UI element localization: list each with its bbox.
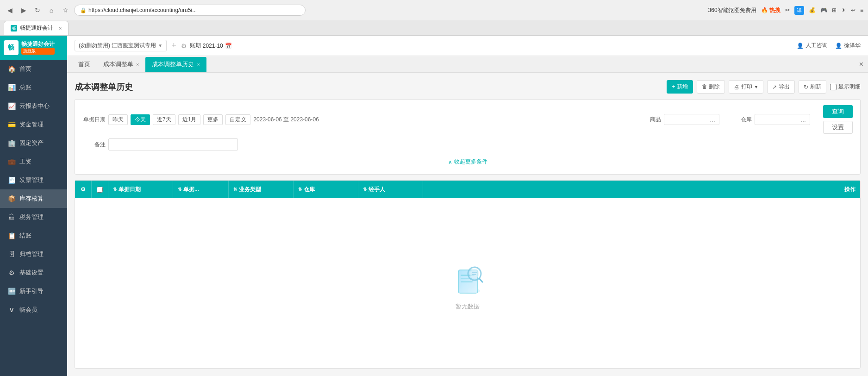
tools-undo[interactable]: ↩ [851,7,856,13]
page-title-bar: 成本调整单历史 + 新增 🗑 删除 🖨 打印 ▼ ↗ 导出 ↻ [75,80,861,94]
refresh-icon: ↻ [804,84,808,90]
sort-icon-type: ⇅ [233,187,237,192]
tools-menu[interactable]: ≡ [860,7,863,13]
refresh-btn[interactable]: ↻ 刷新 [799,80,826,94]
display-detail-text: 显示明细 [838,83,861,91]
tab-home[interactable]: 首页 [72,57,97,72]
sidebar-item-home[interactable]: 🏠 首页 [0,60,67,78]
tab-cost-adjust-history[interactable]: 成本调整单历史 × [145,57,206,72]
tools-grid[interactable]: ⊞ [832,7,837,13]
sidebar-item-closing[interactable]: 📋 结账 [0,226,67,245]
page-title: 成本调整单历史 [75,81,133,93]
table-select-all-checkbox[interactable] [97,187,103,193]
tab-cost-adjust-close[interactable]: × [136,62,139,67]
sidebar-item-inventory[interactable]: 📦 库存核算 [0,189,67,208]
browser-chrome: ◀ ▶ ↻ ⌂ ☆ 🔒 https://cloud.chanjet.com/ac… [0,0,868,36]
sidebar-item-fixed-assets-label: 固定资产 [19,139,44,147]
sidebar-item-reports[interactable]: 📈 云报表中心 [0,97,67,115]
filter-goods-more[interactable]: ... [710,116,715,123]
table-header-date-label: 单据日期 [119,186,141,194]
forward-button[interactable]: ▶ [19,5,29,15]
tools-game[interactable]: 🎮 [820,7,827,13]
calendar-icon[interactable]: 📅 [225,43,232,49]
delete-btn[interactable]: 🗑 删除 [697,80,725,94]
table-header-operator[interactable]: ⇅ 经手人 [358,181,423,198]
new-btn[interactable]: + 新增 [667,80,693,94]
sort-icon-operator: ⇅ [363,187,367,192]
sidebar-item-guide[interactable]: 🆕 新手引导 [0,282,67,301]
tools-translate[interactable]: 译 [794,6,804,15]
browser-tab-label: 畅捷通好会计 [20,24,53,32]
browser-right-tools: 360智能抠图免费用 🔥 热搜 ✂ 译 💰 🎮 ⊞ ☀ ↩ ≡ [708,6,863,15]
address-bar[interactable]: 🔒 https://cloud.chanjet.com/accounting/u… [74,5,306,16]
filter-warehouse-dropdown[interactable]: ... [755,114,810,125]
add-company-btn[interactable]: + [169,41,178,50]
home-button[interactable]: ⌂ [46,5,56,15]
hot-search-label[interactable]: 🔥 热搜 [761,6,781,14]
filter-goods-label: 商品 [638,116,661,124]
browser-tab-close[interactable]: × [59,25,62,31]
tools-sun[interactable]: ☀ [841,7,846,13]
sidebar-item-fixed-assets[interactable]: 🏢 固定资产 [0,134,67,152]
sidebar-item-ledger[interactable]: 📊 总账 [0,78,67,97]
star-button[interactable]: ☆ [60,5,70,15]
filter-date-label: 单据日期 [82,116,106,124]
settings-filter-btn[interactable]: 设置 [823,121,853,134]
table-header-warehouse[interactable]: ⇅ 仓库 [293,181,358,198]
date-btn-today[interactable]: 今天 [131,114,150,125]
company-select[interactable]: (勿删勿禁用) 江西服宝测试专用 ▼ [75,40,167,51]
sidebar-item-funds[interactable]: 💳 资金管理 [0,115,67,134]
sidebar-item-settings[interactable]: ⚙ 基础设置 [0,263,67,282]
collapse-bar[interactable]: ∧ 收起更多条件 [82,155,853,169]
date-btn-7days[interactable]: 近7天 [153,114,175,125]
user-name: 徐泽华 [844,42,861,50]
filter-note-input[interactable] [108,138,238,150]
filter-note-label: 备注 [82,141,106,149]
service-btn[interactable]: 👤 人工咨询 [797,42,828,50]
query-btn[interactable]: 查询 [823,105,853,118]
browser-tab-chanjet[interactable]: 畅 畅捷通好会计 × [4,21,69,35]
table-header-action-label: 操作 [844,186,856,194]
export-btn[interactable]: ↗ 导出 [767,80,795,94]
search-label[interactable]: 360智能抠图免费用 [708,6,756,14]
filter-goods-dropdown[interactable]: ... [664,114,719,125]
tools-scissors[interactable]: ✂ [785,7,790,13]
table-header-type[interactable]: ⇅ 业务类型 [229,181,293,198]
sidebar-item-invoice-label: 发票管理 [19,176,44,184]
sidebar-item-archive[interactable]: 🗄 归档管理 [0,245,67,263]
reload-button[interactable]: ↻ [32,5,43,15]
date-btn-more[interactable]: 更多 [203,114,223,125]
period-value: 2021-10 [203,43,223,49]
tab-window-close[interactable]: × [859,60,863,69]
salary-icon: 💼 [7,158,16,165]
table-header-operator-label: 经手人 [368,186,385,194]
tab-cost-adjust-history-close[interactable]: × [197,62,200,67]
table-header: ⚙ ⇅ 单据日期 ⇅ 单据... ⇅ 业务类型 [75,181,860,198]
refresh-label: 刷新 [810,83,821,91]
reports-icon: 📈 [7,102,16,110]
display-detail-checkbox[interactable] [830,84,837,90]
table-settings-icon: ⚙ [81,186,86,193]
table-header-settings[interactable]: ⚙ [75,181,92,198]
settings-icon-top[interactable]: ⚙ [181,42,187,50]
period-label-text: 账期 [190,42,201,50]
tab-cost-adjust[interactable]: 成本调整单 × [97,57,145,72]
sidebar-item-tax[interactable]: 🏛 税务管理 [0,208,67,226]
date-btn-yesterday[interactable]: 昨天 [108,114,128,125]
date-btn-custom[interactable]: 自定义 [225,114,250,125]
table-header-checkbox[interactable] [92,181,108,198]
table-section: ⚙ ⇅ 单据日期 ⇅ 单据... ⇅ 业务类型 [75,180,861,369]
sidebar-item-member[interactable]: V 畅会员 [0,301,67,319]
table-header-date[interactable]: ⇅ 单据日期 [108,181,173,198]
period-info: 账期 2021-10 📅 [190,42,232,50]
filter-warehouse-more[interactable]: ... [800,116,806,123]
top-header-left: (勿删勿禁用) 江西服宝测试专用 ▼ + ⚙ 账期 2021-10 📅 [75,40,232,51]
table-header-number[interactable]: ⇅ 单据... [173,181,229,198]
user-info[interactable]: 👤 徐泽华 [835,42,861,50]
date-btn-1month[interactable]: 近1月 [178,114,201,125]
sidebar-item-invoice[interactable]: 🧾 发票管理 [0,171,67,189]
sidebar-item-salary[interactable]: 💼 工资 [0,152,67,171]
print-btn[interactable]: 🖨 打印 ▼ [729,80,763,94]
back-button[interactable]: ◀ [5,5,15,15]
tools-gold[interactable]: 💰 [809,7,816,13]
